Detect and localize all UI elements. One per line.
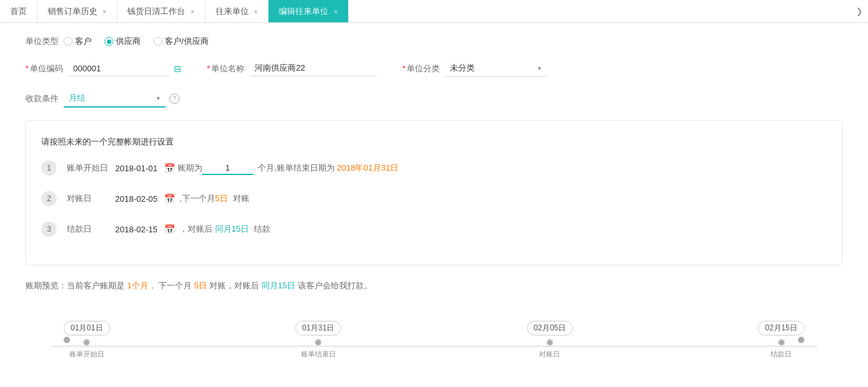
period-cal-2[interactable]: 📅 (164, 194, 175, 204)
preview-suffix: 该客户会给我打款。 (298, 281, 372, 290)
period-suffix-before-1: 账期为 (178, 162, 202, 174)
timeline-sub-4: 结款日 (771, 349, 792, 359)
radio-customer[interactable]: 客户 (64, 36, 92, 47)
timeline-dot-2 (315, 339, 321, 346)
timeline-badge-4: 02月15日 (758, 321, 804, 335)
unit-code-input[interactable] (68, 61, 170, 76)
unit-category-value: 未分类 (450, 62, 535, 74)
timeline-dot-4 (778, 339, 785, 346)
period-label-1: 账单开始日 (67, 162, 105, 174)
tab-edit-partner-close[interactable]: × (333, 8, 337, 15)
period-row2-part1: ,下一个月 (178, 193, 215, 204)
period-row2-part2: 对账 (230, 193, 249, 204)
preview-highlight2: 5日 (194, 281, 207, 290)
period-date-2: 2018-02-05 (115, 194, 158, 204)
period-row-2: 2 对账日 2018-02-05 📅 ,下一个月 5日 对账 (41, 191, 827, 206)
payment-condition-label: 收款条件 (25, 93, 59, 104)
radio-both-label: 客户/供应商 (165, 36, 209, 47)
unit-category-select[interactable]: 未分类 ▾ (445, 60, 547, 77)
period-date-1: 2018-01-01 (115, 164, 158, 173)
preview-highlight3: 同月15日 (262, 281, 295, 290)
unit-category-field: * 单位分类 未分类 ▾ (402, 60, 547, 77)
unit-type-row: 单位类型 客户 供应商 客户/供应商 (25, 36, 843, 47)
payment-condition-field: 收款条件 月结 ▾ ? (25, 90, 179, 108)
period-num-1: 1 (41, 160, 57, 176)
tab-cash-work-label: 钱货日清工作台 (127, 6, 185, 17)
preview-prefix: 账期预览：当前客户账期是 (25, 281, 125, 290)
tab-edit-partner-label: 编辑往来单位 (279, 6, 328, 17)
unit-code-star: * (25, 64, 29, 73)
timeline-point-3: 02月05日 对账日 (527, 321, 573, 359)
payment-condition-arrow: ▾ (157, 94, 160, 102)
tab-edit-partner[interactable]: 编辑往来单位 × (269, 0, 348, 22)
timeline-badge-3: 02月05日 (527, 321, 573, 335)
period-num-2: 2 (41, 191, 57, 206)
payment-row: 收款条件 月结 ▾ ? (25, 90, 843, 108)
timeline-point-1: 01月01日 账单开始日 (64, 321, 110, 359)
timeline-sub-3: 对账日 (539, 349, 560, 359)
expand-icon: ❯ (856, 6, 863, 16)
period-row-3: 3 结款日 2018-02-15 📅 ，对账后 同月15日 结款 (41, 222, 827, 237)
timeline-point-4: 02月15日 结款日 (758, 321, 804, 359)
tab-sales-history-label: 销售订单历史 (48, 6, 97, 17)
unit-category-star: * (402, 64, 405, 73)
unit-name-star: * (207, 64, 210, 73)
period-months-input[interactable] (202, 162, 253, 175)
radio-supplier-label: 供应商 (116, 36, 141, 47)
period-row3-highlight: 同月15日 (215, 223, 249, 235)
unit-type-field: 单位类型 客户 供应商 客户/供应商 (25, 36, 221, 47)
main-content: 单位类型 客户 供应商 客户/供应商 * 单位编码 (0, 23, 868, 387)
period-row3-after: 结款 (251, 223, 270, 235)
unit-category-label: 单位分类 (407, 63, 440, 74)
tab-home[interactable]: 首页 (0, 0, 38, 22)
unit-name-input[interactable] (249, 61, 377, 76)
timeline-sub-2: 账单结束日 (301, 349, 336, 359)
preview-text: 账期预览：当前客户账期是 1个月， 下一个月 5日 对账，对账后 同月15日 该… (25, 278, 843, 293)
period-cal-3[interactable]: 📅 (164, 224, 175, 234)
unit-code-field: * 单位编码 ⊟ (25, 61, 181, 76)
tab-sales-history-close[interactable]: × (102, 8, 106, 15)
preview-highlight1: 1个月， (127, 281, 157, 290)
tab-cash-work[interactable]: 钱货日清工作台 × (117, 0, 205, 22)
period-date-3: 2018-02-15 (115, 225, 158, 234)
unit-code-copy-icon[interactable]: ⊟ (174, 64, 181, 74)
period-row-1: 1 账单开始日 2018-01-01 📅 账期为 个月,账单结束日期为 2018… (41, 160, 827, 176)
tab-cash-work-close[interactable]: × (190, 8, 194, 15)
period-box: 请按照未来的一个完整帐期进行设置 1 账单开始日 2018-01-01 📅 账期… (25, 120, 843, 265)
period-num-3: 3 (41, 222, 57, 237)
tab-expand-button[interactable]: ❯ (851, 0, 868, 22)
tab-partner-close[interactable]: × (254, 8, 258, 15)
period-title: 请按照未来的一个完整帐期进行设置 (41, 136, 827, 148)
unit-name-field: * 单位名称 (207, 61, 377, 76)
period-row3-before: ，对账后 (178, 223, 215, 235)
radio-customer-label: 客户 (75, 36, 92, 47)
payment-help-icon[interactable]: ? (169, 94, 179, 104)
timeline-dot-3 (547, 339, 553, 346)
period-label-3: 结款日 (67, 223, 105, 235)
tab-partner[interactable]: 往来单位 × (206, 0, 269, 22)
timeline-badge-2: 01月31日 (295, 321, 342, 335)
tab-home-label: 首页 (10, 6, 27, 17)
period-end-date-highlight: 2018年01月31日 (337, 162, 398, 174)
payment-condition-value: 月结 (69, 92, 154, 104)
unit-code-label: 单位编码 (30, 63, 63, 74)
tab-sales-history[interactable]: 销售订单历史 × (38, 0, 117, 22)
timeline-sub-1: 账单开始日 (69, 349, 104, 359)
unit-category-arrow: ▾ (538, 64, 542, 73)
period-cal-1[interactable]: 📅 (164, 163, 175, 173)
unit-info-row: * 单位编码 ⊟ * 单位名称 * 单位分类 未分类 ▾ (25, 60, 843, 77)
preview-mid1: 下一个月 (158, 281, 192, 290)
radio-both[interactable]: 客户/供应商 (153, 36, 209, 47)
tab-partner-label: 往来单位 (216, 6, 249, 17)
radio-supplier[interactable]: 供应商 (104, 36, 141, 47)
period-label-2: 对账日 (67, 193, 105, 204)
radio-customer-circle (64, 37, 73, 46)
payment-condition-select[interactable]: 月结 ▾ (64, 90, 165, 108)
period-suffix-after-1: 个月,账单结束日期为 (256, 162, 337, 174)
timeline-dot-1 (83, 339, 90, 346)
unit-type-label: 单位类型 (25, 36, 59, 47)
unit-name-label: 单位名称 (211, 63, 244, 74)
radio-supplier-circle (104, 37, 113, 46)
timeline-badge-1: 01月01日 (64, 321, 110, 335)
period-row2-highlight: 5日 (215, 193, 228, 204)
